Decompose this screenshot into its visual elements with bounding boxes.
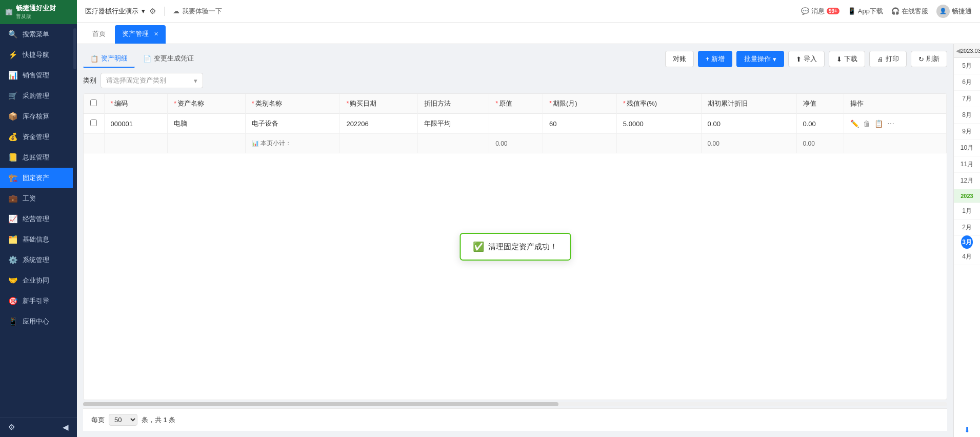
- sidebar-icon-purchase: 🛒: [8, 91, 17, 101]
- more-icon[interactable]: ⋯: [887, 120, 894, 128]
- cal-month-item[interactable]: 2月: [954, 220, 980, 236]
- success-toast: ✅ 清理固定资产成功！: [459, 233, 571, 261]
- sidebar-item-fixedasset[interactable]: 🏗️固定资产: [0, 168, 73, 188]
- calendar-expand-bottom[interactable]: ⬇: [954, 423, 980, 437]
- delete-icon[interactable]: 🗑: [863, 120, 870, 128]
- topbar-divider: [164, 7, 165, 16]
- cal-month-item[interactable]: 6月: [954, 74, 980, 91]
- sidebar-item-sysmanage[interactable]: ⚙️系统管理: [0, 250, 73, 270]
- cal-month-item[interactable]: 9月: [954, 124, 980, 140]
- username-label: 畅捷通: [952, 7, 972, 16]
- subtotal-original: 0.00: [489, 134, 543, 153]
- phone-icon: 📱: [848, 7, 856, 15]
- user-area[interactable]: 👤 畅捷通: [936, 5, 972, 18]
- sidebar-item-sales[interactable]: 📊销售管理: [0, 65, 73, 86]
- sidebar-scrolltrack: [73, 24, 77, 417]
- subtab-change-voucher[interactable]: 📄 变更生成凭证: [136, 50, 201, 68]
- tab-home[interactable]: 首页: [85, 25, 113, 44]
- headset-icon: 🎧: [891, 7, 899, 15]
- row-actions: ✏️ 🗑 📋 ⋯: [850, 120, 940, 128]
- sidebar-item-newguide[interactable]: 🎯新手引导: [0, 291, 73, 311]
- cal-month-item[interactable]: 7月: [954, 91, 980, 107]
- sidebar-item-quicknav[interactable]: ⚡快捷导航: [0, 45, 73, 65]
- category-filter[interactable]: 请选择固定资产类别 ▾: [101, 73, 203, 88]
- calendar-scroll: 5月6月7月8月9月10月11月12月20231月2月3月4月: [954, 58, 980, 423]
- new-button[interactable]: + 新增: [698, 51, 732, 67]
- row-accum-depreciation: 0.00: [701, 114, 796, 134]
- calendar-expand-icon[interactable]: ◀: [956, 47, 961, 54]
- print-label: 打印: [886, 54, 899, 64]
- app-download-action[interactable]: 📱 App下载: [848, 7, 883, 16]
- refresh-label: 刷新: [926, 54, 939, 64]
- online-service-action[interactable]: 🎧 在线客服: [891, 7, 928, 16]
- row-checkbox-0[interactable]: [90, 120, 97, 126]
- sidebar-item-funds[interactable]: 💰资金管理: [0, 127, 73, 147]
- copy-icon[interactable]: 📋: [874, 120, 883, 128]
- company-name: 医疗器械行业演示: [85, 7, 138, 16]
- cal-month-item[interactable]: 11月: [954, 156, 980, 173]
- sidebar-label-purchase: 采购管理: [23, 91, 49, 101]
- sidebar-label-newguide: 新手引导: [23, 296, 49, 306]
- cal-month-item[interactable]: 4月: [954, 249, 980, 265]
- collapse-icon[interactable]: ◀: [63, 423, 69, 432]
- account-button[interactable]: 对账: [665, 51, 694, 67]
- tab-asset-mgmt[interactable]: 资产管理 ✕: [115, 25, 166, 44]
- company-dropdown-icon: ▾: [142, 7, 145, 15]
- sidebar-label-payroll: 工资: [23, 194, 36, 203]
- import-button[interactable]: ⬆ 导入: [788, 51, 825, 67]
- sidebar-item-purchase[interactable]: 🛒采购管理: [0, 86, 73, 106]
- subtotal-accum: 0.00: [701, 134, 796, 153]
- right-sidebar: ◀ 2023.03 ▶ 5月6月7月8月9月10月11月12月20231月2月3…: [953, 44, 980, 437]
- tab-close-icon[interactable]: ✕: [154, 31, 158, 37]
- per-page-select[interactable]: 50 100 200: [109, 414, 137, 426]
- row-original-value: [489, 114, 543, 134]
- sidebar-item-coopbiz[interactable]: 🤝企业协同: [0, 270, 73, 291]
- cal-current-month-label[interactable]: 3月: [961, 235, 973, 249]
- edit-icon[interactable]: ✏️: [850, 120, 859, 128]
- sidebar-item-search[interactable]: 🔍搜索菜单: [0, 24, 73, 45]
- content: 📋 资产明细 📄 变更生成凭证 对账 + 新增 批量操作 ▾: [77, 44, 980, 437]
- sidebar-item-inventory[interactable]: 📦库存核算: [0, 106, 73, 127]
- sidebar-item-basicinfo[interactable]: 🗂️基础信息: [0, 229, 73, 250]
- cal-month-item[interactable]: 12月: [954, 173, 980, 189]
- tabbar: 首页 资产管理 ✕: [77, 23, 980, 44]
- cal-current-month[interactable]: 3月: [954, 236, 980, 249]
- sidebar-item-payroll[interactable]: 💼工资: [0, 188, 73, 209]
- pagination-bar: 每页 50 100 200 条，共 1 条: [83, 408, 947, 431]
- print-button[interactable]: 🖨 打印: [869, 51, 907, 67]
- filter-placeholder: 请选择固定资产类别: [106, 76, 166, 85]
- cal-month-item[interactable]: 1月: [954, 203, 980, 220]
- sidebar-item-ledger[interactable]: 📒总账管理: [0, 147, 73, 168]
- subtab-asset-detail[interactable]: 📋 资产明细: [83, 50, 135, 68]
- table-scrollbar-thumb: [83, 402, 558, 406]
- sidebar-item-appcenter[interactable]: 📱应用中心: [0, 311, 73, 332]
- settings-gear-icon[interactable]: ⚙: [149, 7, 156, 16]
- topbar-left: 医疗器械行业演示 ▾ ⚙ ☁ 我要体验一下: [85, 7, 222, 16]
- select-all-checkbox[interactable]: [90, 100, 97, 106]
- cal-month-item[interactable]: 5月: [954, 58, 980, 74]
- subtab-voucher-label: 变更生成凭证: [154, 54, 194, 63]
- subtotal-net: 0.00: [796, 134, 844, 153]
- app-logo: 🏢 畅捷通好业财 普及版: [0, 0, 77, 24]
- message-action[interactable]: 💬 消息 99+: [801, 7, 839, 16]
- settings-icon[interactable]: ⚙: [8, 423, 15, 432]
- sidebar: 🏢 畅捷通好业财 普及版 🔍搜索菜单⚡快捷导航📊销售管理🛒采购管理📦库存核算💰资…: [0, 0, 77, 437]
- sidebar-label-bizmanage: 经营管理: [23, 214, 49, 224]
- calendar-header-text: 2023.03: [961, 48, 980, 54]
- experience-button[interactable]: ☁ 我要体验一下: [173, 7, 222, 16]
- sidebar-icon-fixedasset: 🏗️: [8, 173, 17, 183]
- calendar-down-icon: ⬇: [964, 426, 970, 434]
- sidebar-label-ledger: 总账管理: [23, 153, 49, 162]
- cal-month-item[interactable]: 8月: [954, 107, 980, 124]
- sidebar-item-bizmanage[interactable]: 📈经营管理: [0, 209, 73, 229]
- sidebar-icon-quicknav: ⚡: [8, 50, 17, 59]
- th-name: *资产名称: [167, 94, 245, 114]
- user-avatar: 👤: [936, 5, 950, 18]
- row-checkbox-cell: [84, 114, 104, 134]
- company-selector[interactable]: 医疗器械行业演示 ▾: [85, 7, 145, 16]
- download-button[interactable]: ⬇ 下载: [829, 51, 865, 67]
- refresh-button[interactable]: ↻ 刷新: [911, 51, 947, 67]
- batch-button[interactable]: 批量操作 ▾: [736, 51, 784, 67]
- table-scrollbar[interactable]: [83, 402, 947, 406]
- cal-month-item[interactable]: 10月: [954, 140, 980, 156]
